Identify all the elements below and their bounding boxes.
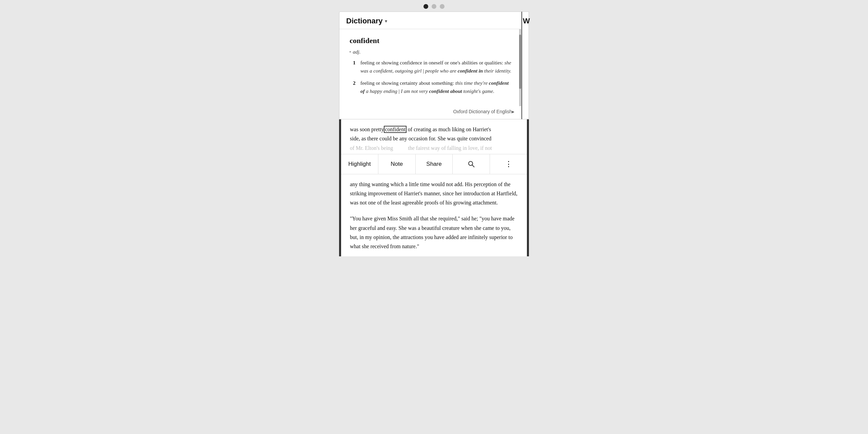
dictionary-panel: Dictionary ▾ confident adj. 1 fee <box>339 12 521 119</box>
book-text-top: was soon prettyconfident of creating as … <box>341 119 527 256</box>
text-before-selected: was soon pretty <box>350 126 384 132</box>
dot-3[interactable] <box>440 4 445 9</box>
dictionary-body: confident adj. 1 feeling or showing conf… <box>339 29 519 106</box>
highlight-button[interactable]: Highlight <box>341 154 378 174</box>
text-line3-faded: of Mr. Elton's being the fairest way of … <box>350 145 492 151</box>
dict-word: confident <box>350 35 512 46</box>
more-icon: ⋮ <box>505 160 512 168</box>
dictionary-scrollbar[interactable] <box>519 29 521 106</box>
def-text-1: feeling or showing confidence in oneself… <box>360 59 512 75</box>
dict-def-1: 1 feeling or showing confidence in onese… <box>353 59 512 75</box>
dictionary-footer[interactable]: Oxford Dictionary of English▸ <box>339 106 521 119</box>
dot-2[interactable] <box>432 4 436 9</box>
def-num-2: 2 <box>353 79 358 95</box>
dot-1[interactable] <box>423 4 428 9</box>
dots-bar <box>339 0 529 12</box>
more-button[interactable]: ⋮ <box>490 154 527 174</box>
svg-line-1 <box>472 165 474 167</box>
dictionary-caret-icon[interactable]: ▾ <box>385 18 387 24</box>
share-button[interactable]: Share <box>416 154 453 174</box>
book-paragraph-top: was soon prettyconfident of creating as … <box>341 119 527 154</box>
dict-pos: adj. <box>350 48 512 56</box>
def-num-1: 1 <box>353 59 358 75</box>
dictionary-header: Dictionary ▾ <box>339 12 521 29</box>
scrollbar-thumb <box>519 35 521 89</box>
oxford-dict-link[interactable]: Oxford Dictionary of English▸ <box>453 109 514 114</box>
search-button[interactable] <box>453 154 490 174</box>
right-panel-partial: W <box>521 12 529 119</box>
text-section: was soon prettyconfident of creating as … <box>339 119 529 256</box>
note-button[interactable]: Note <box>378 154 416 174</box>
book-paragraph-1: any thing wanting which a little time wo… <box>350 180 518 208</box>
book-paragraph-2: "You have given Miss Smith all that she … <box>350 214 518 251</box>
book-text-bottom: any thing wanting which a little time wo… <box>341 174 527 256</box>
action-toolbar: Highlight Note Share ⋮ <box>341 154 527 174</box>
svg-point-0 <box>469 161 473 165</box>
right-edge-bar <box>527 119 529 256</box>
dictionary-title: Dictionary <box>346 17 383 25</box>
text-after-selected: of creating as much liking on Harriet's <box>407 126 491 132</box>
search-icon <box>468 160 475 168</box>
dict-def-2: 2 feeling or showing certainty about som… <box>353 79 512 95</box>
def-text-2: feeling or showing certainty about somet… <box>360 79 512 95</box>
dict-definitions: 1 feeling or showing confidence in onese… <box>350 59 512 95</box>
selected-word: confident <box>384 126 406 133</box>
text-line2: side, as there could be any occasion for… <box>350 136 491 141</box>
right-panel-letter: W <box>522 12 529 30</box>
